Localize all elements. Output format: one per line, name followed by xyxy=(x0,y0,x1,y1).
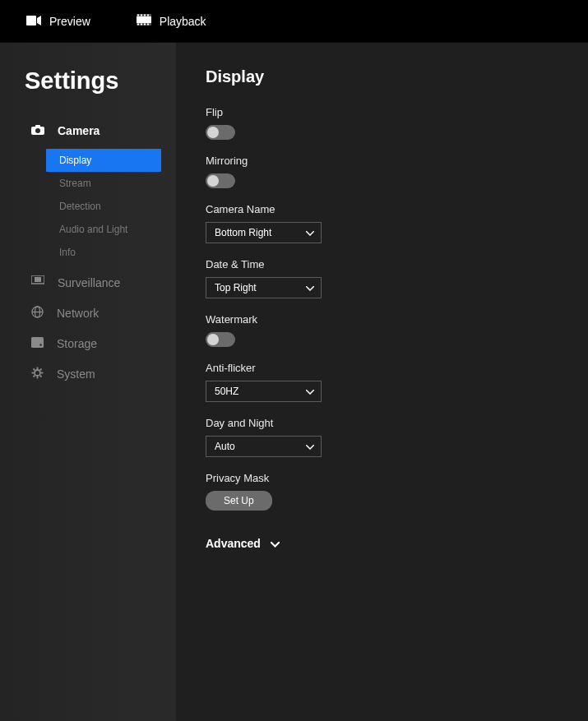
svg-rect-5 xyxy=(141,15,142,16)
date-time-select[interactable]: Top Right xyxy=(206,277,322,298)
chevron-down-icon xyxy=(271,537,280,550)
sidebar-item-label: System xyxy=(57,367,95,381)
svg-rect-9 xyxy=(141,24,142,25)
svg-point-22 xyxy=(35,370,40,376)
sidebar-sub-detection[interactable]: Detection xyxy=(0,195,176,218)
svg-line-29 xyxy=(40,369,42,371)
svg-line-27 xyxy=(34,369,35,371)
svg-rect-13 xyxy=(35,125,40,127)
film-icon xyxy=(137,14,151,28)
sidebar-sub-stream[interactable]: Stream xyxy=(0,172,176,195)
sidebar-item-camera[interactable]: Camera xyxy=(0,116,176,146)
storage-icon xyxy=(31,337,44,350)
flip-toggle[interactable] xyxy=(206,125,235,140)
camera-icon xyxy=(31,124,44,137)
select-value: 50HZ xyxy=(215,386,238,397)
svg-rect-20 xyxy=(31,337,44,348)
svg-point-14 xyxy=(35,128,40,133)
top-nav: Preview Playback xyxy=(0,0,588,43)
anti-flicker-label: Anti-flicker xyxy=(206,362,558,374)
camera-name-select[interactable]: Bottom Right xyxy=(206,222,322,243)
mirroring-toggle[interactable] xyxy=(206,173,235,188)
svg-rect-0 xyxy=(26,16,36,25)
camera-name-label: Camera Name xyxy=(206,203,558,215)
svg-line-28 xyxy=(40,376,42,377)
sidebar-item-surveillance[interactable]: Surveillance xyxy=(0,267,176,298)
chevron-down-icon xyxy=(306,282,314,293)
gear-icon xyxy=(31,367,44,381)
date-time-label: Date & Time xyxy=(206,258,558,270)
nav-playback[interactable]: Playback xyxy=(137,14,206,28)
sidebar-sub-display[interactable]: Display xyxy=(46,149,161,172)
advanced-toggle[interactable]: Advanced xyxy=(206,537,558,550)
svg-rect-8 xyxy=(137,24,139,25)
chevron-down-icon xyxy=(306,386,314,397)
globe-icon xyxy=(31,306,44,321)
svg-rect-7 xyxy=(147,15,149,16)
select-value: Top Right xyxy=(215,282,257,293)
svg-rect-6 xyxy=(144,15,146,16)
privacy-mask-label: Privacy Mask xyxy=(206,472,558,484)
flip-label: Flip xyxy=(206,106,558,118)
sidebar-item-network[interactable]: Network xyxy=(0,298,176,329)
svg-rect-10 xyxy=(144,24,146,25)
camera-solid-icon xyxy=(26,15,41,28)
sidebar-item-label: Surveillance xyxy=(58,276,120,289)
svg-rect-16 xyxy=(35,277,41,282)
svg-line-30 xyxy=(34,376,35,377)
day-night-select[interactable]: Auto xyxy=(206,436,322,457)
sidebar-item-label: Network xyxy=(57,307,99,320)
settings-title: Settings xyxy=(0,67,176,116)
sidebar-item-label: Storage xyxy=(57,337,97,350)
sidebar-item-system[interactable]: System xyxy=(0,358,176,390)
sidebar-item-storage[interactable]: Storage xyxy=(0,329,176,358)
advanced-label: Advanced xyxy=(206,537,261,550)
page-title: Display xyxy=(206,67,558,86)
privacy-mask-setup-button[interactable]: Set Up xyxy=(206,491,272,511)
sidebar-sub-audio-light[interactable]: Audio and Light xyxy=(0,218,176,241)
watermark-label: Watermark xyxy=(206,313,558,326)
svg-rect-4 xyxy=(137,15,139,16)
select-value: Bottom Right xyxy=(215,227,271,238)
svg-rect-11 xyxy=(147,24,149,25)
svg-point-21 xyxy=(39,344,42,346)
sidebar: Settings Camera Display Stream Detection… xyxy=(0,43,176,721)
chevron-down-icon xyxy=(306,441,314,452)
sidebar-item-label: Camera xyxy=(58,124,100,137)
nav-preview-label: Preview xyxy=(49,15,90,28)
watermark-toggle[interactable] xyxy=(206,332,235,347)
mirroring-label: Mirroring xyxy=(206,155,558,167)
content: Display Flip Mirroring Camera Name Botto… xyxy=(176,43,588,721)
select-value: Auto xyxy=(215,441,235,452)
nav-preview[interactable]: Preview xyxy=(26,15,90,28)
monitor-icon xyxy=(31,275,44,289)
nav-playback-label: Playback xyxy=(160,15,206,28)
anti-flicker-select[interactable]: 50HZ xyxy=(206,381,322,402)
sidebar-sub-info[interactable]: Info xyxy=(0,241,176,264)
day-night-label: Day and Night xyxy=(206,417,558,429)
chevron-down-icon xyxy=(306,227,314,238)
